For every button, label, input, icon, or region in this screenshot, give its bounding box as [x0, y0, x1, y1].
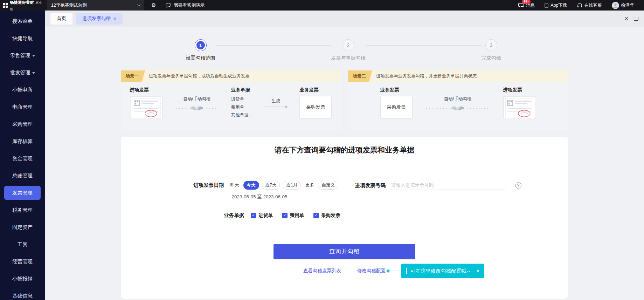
sidebar-item-inventory[interactable]: 库存核算	[0, 133, 45, 150]
logo-text: 畅捷通好业财 标准版	[10, 0, 45, 12]
links-row: 查看勾稽发票列表 修改勾稽配置 可在这里修改勾稽配置哦～ ×	[121, 268, 568, 274]
reconcile-connector: 自动/手动勾稽	[425, 96, 490, 125]
business-invoice-column: 业务发票 采购发票	[299, 87, 332, 125]
main-content: 1 设置勾稽范围 2 发票与单据勾稽 3 完成勾稽 场景一 进项发票与业务单据勾…	[45, 27, 644, 300]
scenario-header: 场景一 进项发票与业务单据勾稽，成功后自动生成业务发票	[121, 70, 341, 82]
demo-link[interactable]: 我要看实例演示	[166, 2, 205, 8]
sidebar-item-operations[interactable]: 经营管理	[0, 253, 45, 270]
step-connector	[366, 45, 482, 46]
date-option-today[interactable]: 今天	[243, 181, 259, 190]
query-form: 进项发票日期 昨天 今天 近7天 近1月 更多 自定义 2023-06-05 至…	[121, 181, 568, 200]
gear-icon[interactable]: ⚙	[151, 2, 156, 8]
sidebar-item-fixed-assets[interactable]: 固定资产	[0, 219, 45, 236]
input-invoice-column: 进项发票	[130, 87, 163, 125]
app-download-button[interactable]: App下载	[545, 2, 567, 8]
speech-bubble-icon	[166, 3, 171, 8]
chevron-down-icon	[137, 3, 141, 6]
company-name: 12李艳芬测试勿删	[51, 2, 86, 8]
sidebar-item-retail[interactable]: 零售管理	[0, 47, 45, 64]
sidebar-item-payroll[interactable]: 工资	[0, 236, 45, 253]
invoice-number-group: 进项发票号码 ?	[355, 181, 521, 190]
tooltip-close-icon[interactable]: ×	[476, 268, 479, 274]
column-title: 业务发票	[380, 87, 399, 93]
query-and-reconcile-button[interactable]: 查询并勾稽	[273, 244, 415, 259]
headset-icon	[577, 3, 582, 8]
sidebar-item-label: 采购管理	[12, 121, 33, 128]
tab-input-invoice-reconciliation[interactable]: 进项发票勾稽 ×	[76, 13, 123, 25]
query-heading: 请在下方查询要勾稽的进项发票和业务单据	[121, 137, 568, 155]
tabbar-actions: ×	[624, 15, 638, 22]
sidebar-item-invoice-management[interactable]: 发票管理	[4, 186, 41, 200]
view-reconciled-invoices-link[interactable]: 查看勾稽发票列表	[303, 268, 341, 274]
topbar-right: 消息 99+ App下载 在线客服 徐泽华	[518, 2, 644, 9]
date-label: 进项发票日期	[194, 182, 224, 189]
tooltip-cursor-bar	[406, 268, 407, 274]
date-filter-row: 进项发票日期 昨天 今天 近7天 近1月 更多 自定义	[194, 181, 338, 190]
checkbox-checked-icon[interactable]: ✓	[313, 213, 319, 218]
sidebar-item-purchasing[interactable]: 采购管理	[0, 116, 45, 133]
tooltip-anchor-dot	[387, 270, 389, 272]
online-service-button[interactable]: 在线客服	[577, 2, 602, 8]
sidebar-item-label: 小畅电商	[12, 87, 33, 93]
doc-type-item: 费用单	[231, 103, 252, 111]
tab-home[interactable]: 首页	[50, 13, 72, 25]
checkbox-label: 采购发票	[321, 212, 340, 219]
checkbox-purchase-invoice[interactable]: ✓ 采购发票	[313, 212, 340, 219]
step-label: 设置勾稽范围	[186, 55, 215, 61]
handshake-icon	[190, 105, 204, 112]
business-invoice-column: 业务发票 采购发票	[380, 87, 413, 125]
date-option-last-month[interactable]: 近1月	[283, 181, 301, 190]
handshake-row	[175, 105, 218, 112]
scenario-body: 业务发票 采购发票 自动/手动勾稽 进项发票	[348, 82, 568, 130]
window-restore-icon[interactable]	[634, 17, 638, 21]
close-all-icon[interactable]: ×	[624, 15, 628, 22]
close-icon[interactable]: ×	[113, 16, 116, 21]
sidebar-item-general-ledger[interactable]: 总账管理	[0, 167, 45, 184]
user-menu[interactable]: 徐泽华	[612, 2, 635, 9]
sidebar-item-reimbursement[interactable]: 小畅报销	[0, 270, 45, 287]
checkbox-expense-order[interactable]: ✓ 费用单	[282, 212, 304, 219]
invoice-number-input[interactable]	[390, 181, 506, 190]
help-icon[interactable]: ?	[515, 182, 521, 189]
date-option-custom[interactable]: 自定义	[318, 181, 338, 190]
tooltip-anchor: 可在这里修改勾稽配置哦～ ×	[386, 264, 484, 278]
input-invoice-column: 进项发票	[503, 87, 536, 125]
modify-reconcile-config-link[interactable]: 修改勾稽配置	[357, 268, 386, 274]
date-filter-group: 进项发票日期 昨天 今天 近7天 近1月 更多 自定义 2023-06-05 至…	[194, 181, 338, 200]
tab-label: 进项发票勾稽	[82, 15, 111, 22]
checkbox-purchase-order[interactable]: ✓ 进货单	[251, 212, 273, 219]
scenario-title: 进项发票与业务单据勾稽，成功后自动生成业务发票	[149, 73, 250, 79]
reconcile-connector: 自动/手动勾稽	[175, 96, 218, 125]
sidebar-item-label: 发票管理	[12, 190, 33, 196]
dotted-line	[425, 108, 449, 109]
column-title: 业务单据	[231, 87, 250, 93]
company-selector[interactable]: 12李艳芬测试勿删	[47, 0, 144, 11]
step-number: 3	[490, 42, 493, 48]
sidebar-item-basic-info[interactable]: 基础信息	[0, 287, 45, 300]
messages-button[interactable]: 消息 99+	[518, 2, 535, 8]
date-option-more[interactable]: 更多	[304, 181, 315, 190]
sidebar-item-search-menu[interactable]: 搜索菜单	[0, 13, 45, 30]
topbar: 畅捷通好业财 标准版 12李艳芬测试勿删 ⚙ 我要看实例演示 消息 99+ Ap…	[0, 0, 644, 11]
app-logo: 畅捷通好业财 标准版	[0, 0, 45, 12]
sidebar-item-funds[interactable]: 资金管理	[0, 150, 45, 167]
user-name: 徐泽华	[621, 2, 635, 8]
purchase-invoice-box: 采购发票	[380, 96, 413, 118]
sidebar-item-wholesale[interactable]: 批发管理	[0, 64, 45, 81]
step-3: 3 完成勾稽	[482, 39, 501, 61]
sidebar-item-tax[interactable]: 税务管理	[0, 202, 45, 219]
app-title: 畅捷通好业财	[10, 0, 34, 5]
date-option-yesterday[interactable]: 昨天	[229, 181, 241, 190]
sidebar-item-label: 库存核算	[12, 138, 33, 145]
date-option-last-7-days[interactable]: 近7天	[262, 181, 280, 190]
sidebar-item-ecommerce[interactable]: 电商管理	[0, 98, 45, 116]
sidebar: 搜索菜单 快捷导航 零售管理 批发管理 小畅电商 电商管理 采购管理 库存核算 …	[0, 11, 45, 300]
dotted-line	[466, 108, 490, 109]
sidebar-item-xiaochang-ecommerce[interactable]: 小畅电商	[0, 81, 45, 98]
triangle-down-icon	[32, 55, 35, 57]
checkbox-checked-icon[interactable]: ✓	[251, 213, 256, 218]
sidebar-item-quick-nav[interactable]: 快捷导航	[0, 30, 45, 47]
tab-bar: 首页 进项发票勾稽 × ×	[45, 11, 644, 27]
checkbox-checked-icon[interactable]: ✓	[282, 213, 288, 218]
sidebar-item-label: 税务管理	[12, 207, 33, 213]
